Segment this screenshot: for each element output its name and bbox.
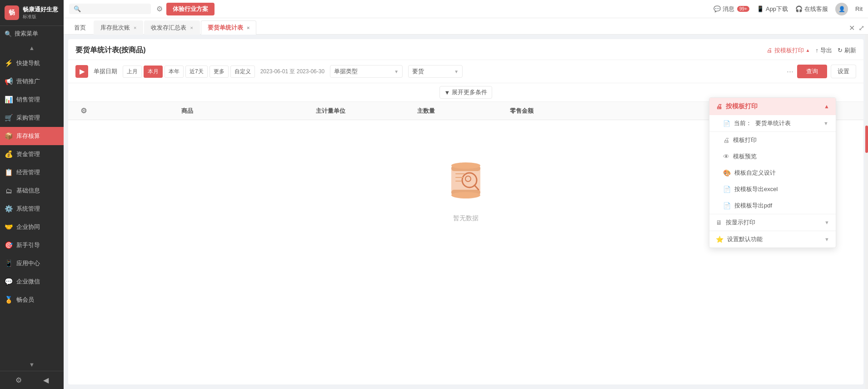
refresh-btn[interactable]: ↻ 刷新 <box>838 46 856 55</box>
current-template-item[interactable]: 📄 当前： 要货单统计表 ▼ <box>709 115 836 131</box>
dropdown-current-section: 📄 当前： 要货单统计表 ▼ <box>709 115 836 132</box>
tab-order-stats[interactable]: 要货单统计表 × <box>201 20 256 35</box>
tab-home[interactable]: 首页 <box>67 20 93 35</box>
app-logo-text: 畅康通好生意 标准版 <box>23 5 58 20</box>
sidebar-item-operations[interactable]: 📋 经营管理 <box>0 163 64 182</box>
sidebar-item-app-center[interactable]: 📱 应用中心 <box>0 254 64 273</box>
settings-icon[interactable]: ⚙ <box>15 376 22 384</box>
th-qty: 主数量 <box>379 107 474 115</box>
sidebar-item-purchase[interactable]: 🛒 采购管理 <box>0 109 64 127</box>
trial-btn[interactable]: 体验行业方案 <box>166 3 215 15</box>
topbar-message[interactable]: 💬 消息 99+ <box>713 5 749 13</box>
dropdown-item-export-excel[interactable]: 📄 按模板导出excel <box>709 181 836 197</box>
table-settings-icon[interactable]: ⚙ <box>80 107 87 115</box>
empty-illustration <box>439 157 493 208</box>
svg-point-4 <box>451 162 480 169</box>
topbar-online-service[interactable]: 🎧 在线客服 <box>795 5 828 13</box>
close-order-stats-icon[interactable]: × <box>247 25 249 30</box>
receipt-summary-label: 收发存汇总表 <box>151 24 186 32</box>
sidebar-item-finance[interactable]: 💰 资金管理 <box>0 145 64 163</box>
sidebar-item-sales[interactable]: 📊 销售管理 <box>0 91 64 109</box>
page-header: 要货单统计表(按商品) 🖨 按模板打印 ▲ ↑ 导出 ↻ 刷新 <box>68 39 863 60</box>
tab-expand-icon[interactable]: ⤢ <box>858 24 864 32</box>
query-button[interactable]: 查询 <box>797 65 827 78</box>
sidebar-item-basics[interactable]: 🗂 基础信息 <box>0 182 64 200</box>
current-template-label: 当前： <box>734 119 752 127</box>
date-btn-more[interactable]: 更多 <box>210 66 229 78</box>
template-print-btn[interactable]: 🖨 按模板打印 ▲ <box>767 46 810 55</box>
filter-expand-btn[interactable]: ▶ <box>75 65 88 78</box>
current-template-icon: 📄 <box>723 120 730 127</box>
export-excel-label: 按模板导出excel <box>734 185 778 193</box>
yaohuodian-filter[interactable]: 要货 ▼ <box>408 65 463 78</box>
page-header-actions: 🖨 按模板打印 ▲ ↑ 导出 ↻ 刷新 <box>767 46 856 55</box>
collapse-sidebar-icon[interactable]: ◀ <box>43 376 49 384</box>
sidebar-item-label: 采购管理 <box>16 114 40 122</box>
dropdown-collapse-icon[interactable]: ▲ <box>824 103 829 110</box>
current-arrow-icon: ▼ <box>823 121 828 126</box>
date-btn-this-month[interactable]: 本月 <box>144 66 163 78</box>
sidebar-item-system[interactable]: ⚙️ 系统管理 <box>0 200 64 218</box>
template-design-icon: 🎨 <box>723 169 731 177</box>
filter-bar: ▶ 单据日期 上月 本月 本年 近7天 更多 自定义 2023-06-01 至 … <box>68 60 863 83</box>
sidebar-item-enterprise-wechat[interactable]: 💬 企业微信 <box>0 273 64 291</box>
topbar-search-icon: 🔍 <box>74 5 81 12</box>
sidebar-search-btn[interactable]: 🔍 搜索菜单 <box>0 26 64 41</box>
topbar-gear-icon[interactable]: ⚙ <box>156 5 163 13</box>
date-btn-this-year[interactable]: 本年 <box>165 66 184 78</box>
sidebar-scroll-up[interactable]: ▲ <box>0 41 64 54</box>
sidebar-item-inventory[interactable]: 📦 库存核算 <box>0 127 64 145</box>
tab-close-all-icon[interactable]: ✕ <box>849 24 855 32</box>
expand-down-icon: ▼ <box>444 89 450 96</box>
dropdown-item-template-design[interactable]: 🎨 模板自定义设计 <box>709 165 836 181</box>
user-avatar[interactable]: 👤 <box>835 3 848 15</box>
topbar-search-input[interactable] <box>83 6 137 12</box>
sidebar-item-quick-nav[interactable]: ⚡ 快捷导航 <box>0 54 64 72</box>
batch-account-label: 库存批次账 <box>100 24 130 32</box>
dropdown-set-default[interactable]: ⭐ 设置默认功能 ▼ <box>709 231 836 248</box>
date-btn-custom[interactable]: 自定义 <box>230 66 255 78</box>
page-content: 要货单统计表(按商品) 🖨 按模板打印 ▲ ↑ 导出 ↻ 刷新 <box>64 35 868 389</box>
export-btn[interactable]: ↑ 导出 <box>816 46 833 55</box>
dropdown-display-print[interactable]: 🖥 按显示打印 ▼ <box>709 214 836 231</box>
scrollbar-thumb[interactable] <box>865 126 868 153</box>
dropdown-header[interactable]: 🖨 按模板打印 ▲ <box>709 98 836 115</box>
topbar-app-download[interactable]: 📱 App下载 <box>757 5 788 13</box>
finance-icon: 💰 <box>5 150 13 158</box>
dropdown-item-export-pdf[interactable]: 📄 按模板导出pdf <box>709 197 836 214</box>
expand-more-btn[interactable]: ▼ 展开更多条件 <box>439 86 493 99</box>
svg-point-5 <box>451 192 480 198</box>
order-type-select[interactable]: 单据类型 ▼ <box>330 65 403 78</box>
tab-receipt-summary[interactable]: 收发存汇总表 × <box>144 20 200 35</box>
display-print-icon: 🖥 <box>716 219 722 226</box>
sidebar-item-marketing[interactable]: 📢 营销推广 <box>0 72 64 91</box>
th-checkbox: ⚙ <box>75 106 92 115</box>
tab-batch-account[interactable]: 库存批次账 × <box>94 20 143 35</box>
topbar-search-area[interactable]: 🔍 <box>69 4 151 14</box>
close-batch-account-icon[interactable]: × <box>134 25 136 30</box>
sidebar: 畅 畅康通好生意 标准版 🔍 搜索菜单 ▲ ⚡ 快捷导航 📢 营销推广 📊 销售… <box>0 0 64 389</box>
marketing-icon: 📢 <box>5 77 13 86</box>
sidebar-item-newbie[interactable]: 🎯 新手引导 <box>0 236 64 254</box>
basics-icon: 🗂 <box>5 187 13 195</box>
date-btn-7days[interactable]: 近7天 <box>185 66 208 78</box>
sidebar-scroll-down[interactable]: ▼ <box>0 358 64 371</box>
date-btn-last-month[interactable]: 上月 <box>123 66 142 78</box>
date-filter-label: 单据日期 <box>94 67 117 76</box>
sidebar-item-label: 经营管理 <box>16 168 40 177</box>
setting-button[interactable]: 设置 <box>831 65 856 78</box>
sidebar-item-enterprise[interactable]: 🤝 企业协同 <box>0 218 64 236</box>
sidebar-item-label: 销售管理 <box>16 96 40 104</box>
page-title: 要货单统计表(按商品) <box>75 45 146 55</box>
dropdown-item-template-print[interactable]: 🖨 模板打印 <box>709 132 836 148</box>
chevron-up-icon: ▲ <box>806 48 810 53</box>
sidebar-logo: 畅 畅康通好生意 标准版 <box>0 0 64 26</box>
dropdown-item-template-preview[interactable]: 👁 模板预览 <box>709 148 836 165</box>
export-excel-icon: 📄 <box>723 186 731 193</box>
right-scrollbar[interactable] <box>865 35 868 389</box>
sidebar-item-membership[interactable]: 🏅 畅会员 <box>0 291 64 309</box>
enterprise-wechat-icon: 💬 <box>5 278 13 286</box>
more-options-icon[interactable]: ··· <box>787 67 793 76</box>
set-default-label: 设置默认功能 <box>727 235 763 243</box>
close-receipt-summary-icon[interactable]: × <box>190 25 193 30</box>
